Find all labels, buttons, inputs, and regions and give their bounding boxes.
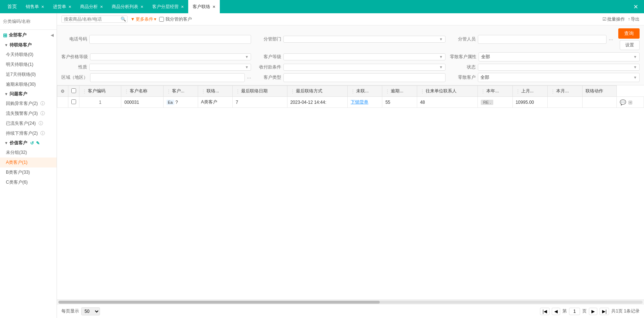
sidebar-item-a-class[interactable]: A类客户(1) [0,158,57,167]
horizontal-scrollbar[interactable] [57,300,644,304]
payment-label: 收付款条件 [255,64,281,70]
filter-row-nature: 性质 ▼ [61,64,251,71]
nav-tab-customer-contact[interactable]: 客户联络 ✕ [188,0,220,13]
th-drag-this-month[interactable]: ⋮ [551,89,555,94]
td-level: A类客户 [198,97,232,108]
th-checkbox[interactable] [68,86,79,97]
sidebar-item-ungrouped[interactable]: 未分组(32) [0,148,57,158]
dept-select[interactable]: ▼ [283,36,445,43]
th-overdue: ⋮ 逾期... [382,86,417,97]
nature-select[interactable]: ▼ [89,64,251,71]
retail-attr-select[interactable]: 全部 ▼ [479,52,640,61]
th-drag-contact-person[interactable]: ⋮ [420,89,425,94]
filter-search-input[interactable] [64,17,119,22]
nav-tab-product-analysis[interactable]: 商品分析 ✕ [76,0,107,13]
refresh-icon[interactable]: ↺ [30,141,34,146]
filter-more-button[interactable]: ▼ 更多条件 ▾ [130,16,156,22]
td-checkbox[interactable] [68,97,79,108]
sidebar-problem-customers[interactable]: ▼ 问题客户 [0,89,57,99]
select-all-checkbox[interactable] [71,88,76,93]
sidebar-collapse-icon[interactable]: ◀ [51,33,54,37]
nav-tab-sales[interactable]: 销售单 ✕ [21,0,49,13]
close-tab-product-list[interactable]: ✕ [140,5,143,9]
query-button[interactable]: 查询 [618,28,640,39]
status-label: 状态 [450,64,476,70]
qr-icon[interactable]: ⊞ [628,99,633,105]
filter-row-status: 状态 ▼ [450,64,640,71]
customer-type-input[interactable] [283,73,445,82]
close-tab-customer-contact[interactable]: ✕ [212,5,215,9]
close-tab-purchase[interactable]: ✕ [68,5,71,9]
close-tab-sales[interactable]: ✕ [41,5,44,9]
th-drag-last-method[interactable]: ⋮ [290,89,295,94]
person-input[interactable] [478,35,607,44]
edit-icon[interactable]: ✎ [36,141,40,146]
person-dots[interactable]: ··· [609,36,613,42]
nav-tab-customer-segmentation[interactable]: 客户分层经营 ✕ [148,0,188,13]
filter-search-icon[interactable]: 🔍 [121,17,126,22]
settings-button[interactable]: 设置 [620,40,640,50]
top-nav: 首页 销售单 ✕ 进货单 ✕ 商品分析 ✕ 商品分析列表 ✕ 客户分层经营 ✕ … [0,0,644,13]
price-level-select[interactable]: ▼ [90,53,251,60]
retail-customer-select[interactable]: 全部 ▼ [478,73,640,82]
pagination-left: 每页显示 50 100 200 [61,307,100,315]
th-drag-overdue[interactable]: ⋮ [385,89,390,94]
customer-level-select[interactable]: ▼ [283,53,445,60]
payment-select[interactable]: ▼ [283,64,445,71]
sidebar-item-repurchase-abnormal[interactable]: 回购异常客户(2) ⓘ [0,99,57,109]
th-drag-last-date[interactable]: ⋮ [236,89,240,94]
sidebar-item-tomorrow[interactable]: 明天待联络(1) [0,60,57,70]
page-first-button[interactable]: |◀ [540,308,550,315]
payment-arrow: ▼ [439,65,443,69]
sidebar-item-7days[interactable]: 近7天待联络(0) [0,70,57,80]
th-drag-no-contact[interactable]: ⋮ [351,89,355,94]
sidebar-item-b-class[interactable]: B类客户(33) [0,167,57,177]
phone-input[interactable] [89,35,251,44]
export-button[interactable]: ↑ 导出 [628,16,640,22]
top-close-button[interactable]: ✕ [630,3,641,10]
sidebar-item-c-class[interactable]: C类客户(6) [0,177,57,187]
filter-controls: 查询 设置 [618,28,640,50]
filter-row-customer-type: 客户类型 [255,73,445,82]
page-next-button[interactable]: ▶ [589,308,597,315]
th-drag-level[interactable]: ⋮ [167,89,171,94]
page-last-button[interactable]: ▶| [600,308,609,315]
row-checkbox[interactable] [71,99,76,104]
sidebar-item-today[interactable]: 今天待联络(0) [0,50,57,60]
sidebar-item-overdue[interactable]: 逾期未联络(30) [0,80,57,89]
my-customers-check[interactable] [159,17,164,22]
th-drag-year[interactable]: ⋮ [481,89,485,94]
sidebar-item-declining[interactable]: 持续下滑客户(2) ⓘ [0,128,57,138]
my-customers-checkbox[interactable]: 我分管的客户 [159,16,192,22]
page-prev-button[interactable]: ◀ [552,308,560,315]
th-drag-contact[interactable]: ⋮ [201,89,205,94]
region-dots[interactable]: ··· [247,75,251,81]
sidebar-item-churned[interactable]: 已流失客户(24) ⓘ [0,119,57,128]
batch-operation-button[interactable]: ☑ 批量操作 [602,16,625,22]
th-this-month: ⋮ 本月... [548,86,582,97]
close-tab-product-analysis[interactable]: ✕ [100,5,103,9]
nav-tab-purchase[interactable]: 进货单 ✕ [49,0,76,13]
scrollbar-thumb[interactable] [58,301,380,304]
sidebar-pending-contact[interactable]: ▼ 待联络客户 [0,40,57,50]
page-number-input[interactable] [569,308,580,315]
th-drag-last-month[interactable]: ⋮ [516,89,520,94]
per-page-select[interactable]: 50 100 200 [81,307,100,315]
region-input[interactable] [90,73,245,82]
sidebar-all-customers[interactable]: ⊞ 全部客户 ◀ [0,30,57,40]
sidebar-search-input[interactable] [3,19,57,24]
settings-gear-icon[interactable]: ⚙ [61,89,65,94]
chat-icon[interactable]: 💬 [620,99,626,105]
status-select[interactable]: ▼ [478,64,640,71]
scrollbar-track[interactable] [58,301,643,304]
nav-home[interactable]: 首页 [3,3,21,10]
sidebar-item-churn-warning[interactable]: 流失预警客户(3) ⓘ [0,109,57,119]
th-gear[interactable]: ⚙ [57,86,68,97]
th-drag-code[interactable]: ⋮ [82,89,87,94]
th-drag-name[interactable]: ⋮ [124,89,129,94]
last-method-link[interactable]: 下销货单 [351,99,368,105]
td-last-method[interactable]: 下销货单 [348,97,382,108]
nav-tab-product-list[interactable]: 商品分析列表 ✕ [107,0,148,13]
sidebar-value-customers[interactable]: ▼ 价值客户 ↺ ✎ [0,138,57,148]
close-tab-customer-seg[interactable]: ✕ [181,5,184,9]
